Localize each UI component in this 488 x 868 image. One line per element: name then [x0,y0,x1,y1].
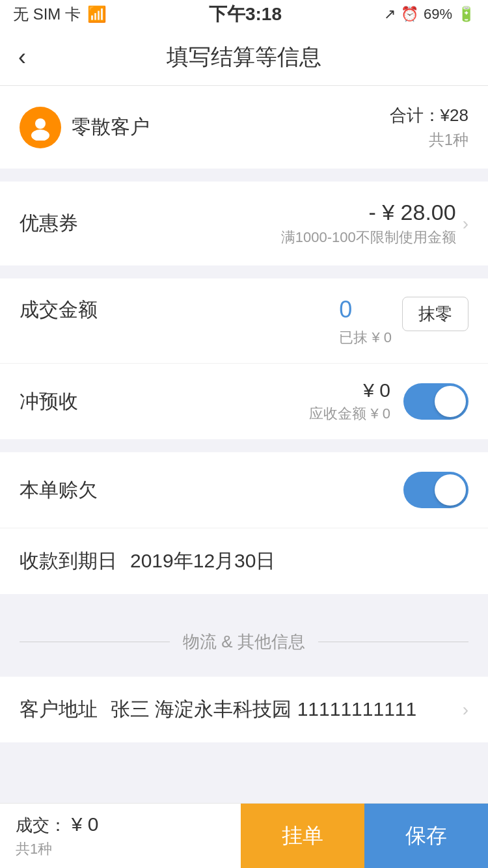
debt-toggle-thumb [435,474,466,506]
debt-row: 本单赊欠 [0,452,488,528]
save-button[interactable]: 保存 [364,804,488,868]
status-right: ↗ ⏰ 69% 🔋 [384,6,475,23]
alarm-icon: ⏰ [401,6,418,23]
divider-line-right [318,642,468,642]
address-label: 客户地址 [20,696,98,723]
svg-point-0 [35,118,46,129]
toggle-thumb [435,386,466,417]
debt-toggle[interactable] [403,472,468,508]
page-title: 填写结算等信息 [167,42,321,72]
coupon-desc: 满1000-100不限制使用金额 [281,228,456,247]
total-count: 共1种 [390,129,468,150]
address-value: 张三 海淀永丰科技园 11111111111 [111,696,463,723]
transaction-row: 成交金额 0 已抹 ¥ 0 抹零 [0,278,488,364]
transaction-value: 0 [339,294,392,325]
bottom-count: 共1种 [16,839,225,859]
hold-button[interactable]: 挂单 [241,804,364,868]
logistics-section: 物流 & 其他信息 [0,607,488,677]
due-date-label: 收款到期日 [20,548,117,575]
nav-bar: ‹ 填写结算等信息 [0,29,488,86]
debt-section: 本单赊欠 收款到期日 2019年12月30日 [0,452,488,594]
bottom-deal-label: 成交： [16,815,66,835]
precollect-amounts: ¥ 0 应收金额 ¥ 0 [309,379,390,424]
battery-label: 69% [424,6,452,23]
due-date-row: 收款到期日 2019年12月30日 [0,528,488,594]
amount-section: 成交金额 0 已抹 ¥ 0 抹零 冲预收 ¥ 0 应收金额 ¥ 0 [0,278,488,439]
customer-left: 零散客户 [20,107,150,148]
bottom-bar: 成交： ¥ 0 共1种 挂单 保存 [0,803,488,868]
precollect-label: 冲预收 [20,388,78,415]
status-left: 无 SIM 卡 📶 [13,4,107,25]
status-bar: 无 SIM 卡 📶 下午3:18 ↗ ⏰ 69% 🔋 [0,0,488,29]
divider-line-left [20,642,170,642]
precollect-main: ¥ 0 [309,379,390,401]
precollect-row: 冲预收 ¥ 0 应收金额 ¥ 0 [0,364,488,439]
back-button[interactable]: ‹ [18,44,26,71]
debt-label: 本单赊欠 [20,477,98,504]
wifi-icon: 📶 [87,5,107,23]
customer-row: 零散客户 合计：¥28 共1种 [0,86,488,169]
customer-name: 零散客户 [72,114,150,141]
transaction-values: 0 已抹 ¥ 0 [339,294,392,347]
transaction-sub: 已抹 ¥ 0 [339,328,392,347]
round-button[interactable]: 抹零 [402,297,468,331]
svg-point-1 [31,129,49,141]
coupon-amount: - ¥ 28.00 [281,200,456,225]
coupon-right: - ¥ 28.00 满1000-100不限制使用金额 › [281,200,468,247]
status-time: 下午3:18 [209,2,282,27]
address-chevron-icon: › [463,699,468,720]
bottom-info: 成交： ¥ 0 共1种 [0,804,241,868]
customer-right: 合计：¥28 共1种 [390,104,468,150]
precollect-right: ¥ 0 应收金额 ¥ 0 [309,379,468,424]
precollect-toggle[interactable] [403,383,468,420]
battery-icon: 🔋 [457,6,475,23]
coupon-info: - ¥ 28.00 满1000-100不限制使用金额 [281,200,456,247]
coupon-label: 优惠券 [20,210,78,237]
customer-section: 零散客户 合计：¥28 共1种 [0,86,488,169]
avatar [20,107,61,148]
chevron-right-icon: › [463,213,468,234]
location-icon: ↗ [384,6,396,23]
logistics-label: 物流 & 其他信息 [183,631,305,653]
coupon-row[interactable]: 优惠券 - ¥ 28.00 满1000-100不限制使用金额 › [0,182,488,265]
address-section[interactable]: 客户地址 张三 海淀永丰科技园 11111111111 › [0,677,488,742]
logistics-divider: 物流 & 其他信息 [0,617,488,666]
bottom-deal-line: 成交： ¥ 0 [16,813,225,837]
due-date-value: 2019年12月30日 [130,548,275,575]
transaction-label: 成交金额 [20,294,98,325]
sim-label: 无 SIM 卡 [13,4,81,25]
coupon-section[interactable]: 优惠券 - ¥ 28.00 满1000-100不限制使用金额 › [0,182,488,265]
bottom-deal-amount: ¥ 0 [72,813,99,835]
address-row[interactable]: 客户地址 张三 海淀永丰科技园 11111111111 › [0,677,488,742]
precollect-sub: 应收金额 ¥ 0 [309,404,390,424]
transaction-right: 0 已抹 ¥ 0 抹零 [339,294,468,347]
total-label: 合计：¥28 [390,104,468,127]
